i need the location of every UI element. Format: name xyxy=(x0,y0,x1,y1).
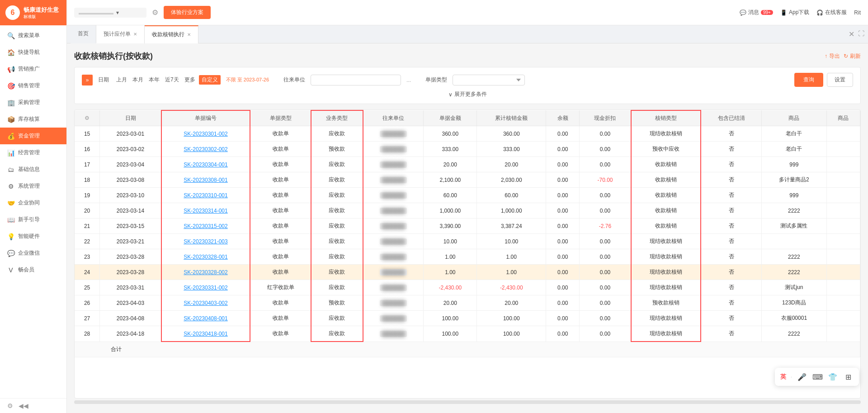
sidebar-item-member[interactable]: V畅会员 xyxy=(0,261,66,278)
voucher-link[interactable]: SK-20230308-001 xyxy=(184,177,227,183)
voucher-link[interactable]: SK-20230321-003 xyxy=(184,238,227,245)
cell-voucher-type: 收款单 xyxy=(250,157,311,172)
cell-unit: ██████ xyxy=(363,126,424,142)
filter-toggle-button[interactable]: » xyxy=(82,75,93,85)
mic-icon[interactable]: 🎤 xyxy=(797,371,807,382)
tab-pre-payment[interactable]: 预计应付单 ✕ xyxy=(96,25,145,43)
custom-date-button[interactable]: 自定义 xyxy=(199,75,221,85)
col-amount: 单据金额 xyxy=(424,110,477,126)
settings-icon[interactable]: ⚙ xyxy=(7,402,13,409)
table-row: 21 2023-03-15 SK-20230315-002 收款单 应收款 ██… xyxy=(75,218,860,234)
voucher-link[interactable]: SK-20230408-001 xyxy=(184,315,227,322)
fullscreen-icon[interactable]: ⛶ xyxy=(858,30,864,38)
online-support-label: 在线客服 xyxy=(825,9,847,16)
col-product2: 商品 xyxy=(826,110,860,126)
app-download-button[interactable]: 📱 App下载 xyxy=(780,9,809,16)
unit-input[interactable] xyxy=(311,75,401,85)
cell-included: 否 xyxy=(701,157,761,172)
voucher-link[interactable]: SK-20230304-001 xyxy=(184,161,227,168)
sidebar-item-sales[interactable]: 🎯销售管理 xyxy=(0,77,66,94)
sidebar-item-purchase[interactable]: 🏢采购管理 xyxy=(0,94,66,111)
sidebar-item-search[interactable]: 🔍搜索菜单 xyxy=(0,27,66,44)
this-year-button[interactable]: 本年 xyxy=(147,75,161,85)
unit-blurred: ██████ xyxy=(380,177,407,183)
tab-collection-exec[interactable]: 收款核销执行 ✕ xyxy=(145,25,198,43)
refresh-icon: ↻ xyxy=(844,53,848,59)
voucher-link[interactable]: SK-20230331-002 xyxy=(184,285,227,291)
expand-conditions-button[interactable]: ∨ 展开更多条件 xyxy=(448,90,487,98)
voucher-link[interactable]: SK-20230418-001 xyxy=(184,331,227,337)
last-7-days-button[interactable]: 近7天 xyxy=(163,75,181,85)
user-avatar[interactable]: Rit xyxy=(854,9,861,16)
sidebar-item-operation[interactable]: 📊经营管理 xyxy=(0,144,66,161)
tab-home[interactable]: 首页 xyxy=(71,25,96,43)
cell-voucher-type: 收款单 xyxy=(250,126,311,142)
voucher-link[interactable]: SK-20230302-002 xyxy=(184,146,227,152)
sidebar-item-basic[interactable]: 🗂基础信息 xyxy=(0,161,66,178)
unit-blurred: ██████ xyxy=(380,208,407,214)
unit-blurred: ██████ xyxy=(380,131,407,137)
sidebar-label-search: 搜索菜单 xyxy=(18,32,40,39)
voucher-link[interactable]: SK-20230328-002 xyxy=(184,269,227,275)
expand-label: 展开更多条件 xyxy=(454,90,487,98)
sidebar-item-guide[interactable]: 📖新手引导 xyxy=(0,211,66,228)
col-settings[interactable]: ⚙ xyxy=(75,110,100,126)
sidebar: 6 畅康道好生意 标准版 🔍搜索菜单🏠快捷导航📢营销推广🎯销售管理🏢采购管理📦库… xyxy=(0,0,67,413)
more-date-button[interactable]: 更多 xyxy=(183,75,197,85)
logo-sub: 标准版 xyxy=(24,14,59,20)
cell-biz-type: 应收款 xyxy=(311,188,363,203)
cell-balance: 0.00 xyxy=(546,280,580,295)
collapse-icon[interactable]: ◀◀ xyxy=(19,402,28,409)
close-tab-icon[interactable]: ✕ xyxy=(849,30,854,38)
scope-selector[interactable]: ▬▬▬▬▬▬▬ ▾ xyxy=(74,8,146,18)
cell-voucher-type: 红字收款单 xyxy=(250,280,311,295)
col-date: 日期 xyxy=(100,110,161,126)
voucher-link[interactable]: SK-20230310-001 xyxy=(184,192,227,199)
shirt-icon[interactable]: 👕 xyxy=(827,371,838,382)
sidebar-item-quick[interactable]: 🏠快捷导航 xyxy=(0,44,66,61)
sidebar-item-marketing[interactable]: 📢营销推广 xyxy=(0,61,66,77)
cell-voucher-no: SK-20230331-002 xyxy=(161,280,250,295)
voucher-link[interactable]: SK-20230315-002 xyxy=(184,223,227,229)
settings-button[interactable]: 设置 xyxy=(827,73,853,87)
cell-cash-discount: 0.00 xyxy=(580,295,631,311)
col-balance: 余额 xyxy=(546,110,580,126)
tab-collection-exec-close[interactable]: ✕ xyxy=(187,32,191,37)
cell-no: 23 xyxy=(75,249,100,265)
sidebar-item-inventory[interactable]: 📦库存核算 xyxy=(0,111,66,128)
voucher-link[interactable]: SK-20230403-002 xyxy=(184,300,227,306)
voucher-link[interactable]: SK-20230301-002 xyxy=(184,131,227,137)
cell-biz-type: 预收款 xyxy=(311,295,363,311)
table-row: 25 2023-03-31 SK-20230331-002 红字收款单 应收款 … xyxy=(75,280,860,295)
sidebar-item-wechat[interactable]: 💬企业微信 xyxy=(0,245,66,261)
cell-balance: 0.00 xyxy=(546,126,580,142)
unit-blurred: ██████ xyxy=(380,269,407,275)
cell-cancel-type: 收款核销 xyxy=(631,157,701,172)
refresh-button[interactable]: ↻ 刷新 xyxy=(844,52,861,60)
cell-unit: ██████ xyxy=(363,234,424,249)
voucher-link[interactable]: SK-20230314-001 xyxy=(184,208,227,214)
sidebar-item-corp[interactable]: 🤝企业协同 xyxy=(0,195,66,211)
voucher-type-select[interactable] xyxy=(453,75,525,85)
headset-icon: 🎧 xyxy=(816,9,823,16)
cell-cumulative: 1.00 xyxy=(477,265,546,280)
messages-button[interactable]: 💬 消息 99+ xyxy=(740,9,773,16)
cell-cumulative: 10.00 xyxy=(477,234,546,249)
gear-icon[interactable]: ⚙ xyxy=(152,8,158,17)
sidebar-item-system[interactable]: ⚙系统管理 xyxy=(0,178,66,195)
col-cash-discount: 现金折扣 xyxy=(580,110,631,126)
last-month-button[interactable]: 上月 xyxy=(114,75,129,85)
sidebar-item-finance[interactable]: 💰资金管理 xyxy=(0,128,66,144)
tab-pre-payment-close[interactable]: ✕ xyxy=(133,32,137,37)
this-month-button[interactable]: 本月 xyxy=(131,75,145,85)
online-support-button[interactable]: 🎧 在线客服 xyxy=(816,9,847,16)
sidebar-item-hardware[interactable]: 💡智能硬件 xyxy=(0,228,66,245)
industry-solution-button[interactable]: 体验行业方案 xyxy=(164,6,211,19)
voucher-link[interactable]: SK-20230328-001 xyxy=(184,254,227,260)
cell-biz-type: 预收款 xyxy=(311,142,363,157)
cell-cumulative: 360.00 xyxy=(477,126,546,142)
apps-icon[interactable]: ⊞ xyxy=(843,371,854,382)
export-button[interactable]: ↑ 导出 xyxy=(825,52,840,60)
keyboard-icon[interactable]: ⌨ xyxy=(812,371,823,382)
query-button[interactable]: 查询 xyxy=(794,73,823,87)
